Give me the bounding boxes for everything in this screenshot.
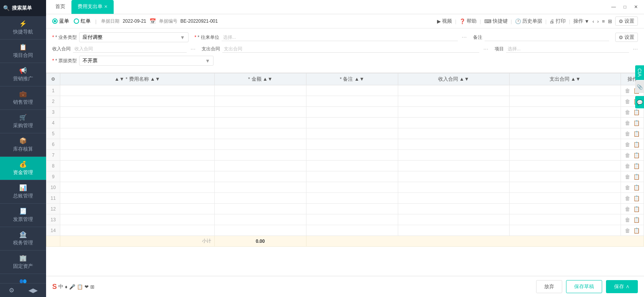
delete-icon-10[interactable]: 🗑: [625, 184, 630, 191]
copy-icon-7[interactable]: 📋: [633, 152, 640, 158]
cell-remark-13[interactable]: [306, 214, 398, 225]
discard-btn[interactable]: 放弃: [536, 280, 562, 293]
sidebar-item-payroll[interactable]: 👥工资: [0, 274, 46, 283]
cell-expense-name-10[interactable]: [60, 182, 215, 193]
cell-remark-14[interactable]: [306, 225, 398, 236]
copy-icon-3[interactable]: 📋: [633, 109, 640, 115]
delete-icon-1[interactable]: 🗑: [625, 88, 630, 94]
logo-icon1[interactable]: ♦: [65, 284, 68, 290]
delete-icon-6[interactable]: 🗑: [625, 141, 630, 148]
window-maximize-btn[interactable]: □: [621, 3, 629, 11]
income-contract-more-icon[interactable]: ···: [190, 46, 195, 53]
cell-income-contract-7[interactable]: [398, 150, 509, 161]
cell-income-contract-4[interactable]: [398, 118, 509, 128]
cell-expense-name-13[interactable]: [60, 214, 215, 225]
cell-expense-name-12[interactable]: [60, 204, 215, 214]
sidebar-item-tax-mgmt[interactable]: 🏦税务管理: [0, 227, 46, 251]
cell-remark-2[interactable]: [306, 96, 398, 107]
sidebar-header[interactable]: 🔍 搜索菜单: [0, 0, 46, 16]
action-history[interactable]: 🕐 历史单据: [515, 18, 542, 25]
cell-amount-9[interactable]: [214, 171, 306, 182]
radio-red[interactable]: 红单: [74, 18, 91, 25]
sidebar-item-fixed-assets[interactable]: 🏢固定资产: [0, 251, 46, 274]
delete-icon-13[interactable]: 🗑: [625, 217, 630, 223]
sidebar-item-sales-mgmt[interactable]: 💼销售管理: [0, 86, 46, 110]
delete-icon-2[interactable]: 🗑: [625, 98, 630, 105]
copy-icon-5[interactable]: 📋: [633, 131, 640, 137]
cell-expense-contract-7[interactable]: [509, 150, 621, 161]
copy-icon-4[interactable]: 📋: [633, 120, 640, 126]
cell-remark-9[interactable]: [306, 171, 398, 182]
cell-income-contract-12[interactable]: [398, 204, 509, 214]
copy-icon-10[interactable]: 📋: [633, 184, 640, 191]
cell-expense-name-14[interactable]: [60, 225, 215, 236]
form-settings-btn[interactable]: ⚙ 设置: [615, 33, 638, 42]
delete-icon-12[interactable]: 🗑: [625, 206, 630, 212]
action-operate[interactable]: 操作 ▼: [573, 18, 589, 25]
cell-expense-name-1[interactable]: [60, 85, 215, 96]
cell-amount-8[interactable]: [214, 161, 306, 171]
cell-amount-2[interactable]: [214, 96, 306, 107]
cell-expense-contract-11[interactable]: [509, 193, 621, 204]
cell-expense-contract-8[interactable]: [509, 161, 621, 171]
cell-remark-1[interactable]: [306, 85, 398, 96]
settings-icon[interactable]: ⚙: [9, 287, 14, 294]
cell-remark-4[interactable]: [306, 118, 398, 128]
action-print[interactable]: 🖨 打印: [550, 18, 566, 25]
cell-remark-7[interactable]: [306, 150, 398, 161]
cell-expense-contract-3[interactable]: [509, 107, 621, 118]
cell-income-contract-8[interactable]: [398, 161, 509, 171]
delete-icon-8[interactable]: 🗑: [625, 163, 630, 169]
cell-expense-contract-5[interactable]: [509, 128, 621, 139]
project-input[interactable]: [506, 45, 629, 53]
sidebar-item-invoice-mgmt[interactable]: 🧾发票管理: [0, 204, 46, 227]
action-help[interactable]: ❓ 帮助: [459, 18, 477, 25]
delete-icon-4[interactable]: 🗑: [625, 120, 630, 126]
cell-income-contract-14[interactable]: [398, 225, 509, 236]
save-draft-btn[interactable]: 保存草稿: [566, 280, 602, 293]
cell-amount-5[interactable]: [214, 128, 306, 139]
copy-icon-8[interactable]: 📋: [633, 163, 640, 169]
cell-amount-13[interactable]: [214, 214, 306, 225]
save-btn[interactable]: 保存 ∧: [606, 280, 638, 293]
sidebar-item-fund-mgmt[interactable]: 💰资金管理: [0, 157, 46, 180]
project-more-icon[interactable]: ···: [633, 46, 638, 53]
logo-icon5[interactable]: ⊞: [90, 284, 94, 290]
right-float-tab-cia[interactable]: CIA: [635, 65, 644, 80]
cell-expense-contract-10[interactable]: [509, 182, 621, 193]
cell-expense-name-8[interactable]: [60, 161, 215, 171]
cell-income-contract-10[interactable]: [398, 182, 509, 193]
cell-remark-8[interactable]: [306, 161, 398, 171]
expense-contract-more-icon[interactable]: ···: [483, 46, 488, 53]
settings-btn[interactable]: ⚙ 设置: [615, 17, 638, 26]
cell-expense-contract-4[interactable]: [509, 118, 621, 128]
copy-icon-6[interactable]: 📋: [633, 141, 640, 148]
sidebar-item-inventory[interactable]: 📦库存核算: [0, 133, 46, 157]
copy-icon-9[interactable]: 📋: [633, 174, 640, 180]
cell-expense-name-2[interactable]: [60, 96, 215, 107]
cell-income-contract-6[interactable]: [398, 139, 509, 150]
copy-icon-11[interactable]: 📋: [633, 195, 640, 201]
copy-icon-14[interactable]: 📋: [633, 227, 640, 234]
cell-expense-name-9[interactable]: [60, 171, 215, 182]
cell-income-contract-13[interactable]: [398, 214, 509, 225]
cell-remark-10[interactable]: [306, 182, 398, 193]
business-type-select[interactable]: 应付调整 ▼: [79, 32, 188, 42]
logo-icon4[interactable]: ❤: [84, 284, 89, 290]
logo-icon3[interactable]: 📋: [77, 284, 83, 290]
copy-icon-12[interactable]: 📋: [633, 206, 640, 212]
cell-income-contract-9[interactable]: [398, 171, 509, 182]
action-video[interactable]: ▶ 视频: [437, 18, 452, 25]
cell-expense-name-6[interactable]: [60, 139, 215, 150]
cell-amount-11[interactable]: [214, 193, 306, 204]
cell-amount-10[interactable]: [214, 182, 306, 193]
cell-amount-1[interactable]: [214, 85, 306, 96]
copy-icon-13[interactable]: 📋: [633, 217, 640, 223]
sidebar-item-marketing[interactable]: 📢营销推广: [0, 63, 46, 86]
window-close-btn[interactable]: ✕: [631, 3, 641, 11]
cell-income-contract-3[interactable]: [398, 107, 509, 118]
tab-home[interactable]: 首页: [49, 0, 71, 14]
cell-expense-name-4[interactable]: [60, 118, 215, 128]
cell-expense-name-5[interactable]: [60, 128, 215, 139]
audio-icon[interactable]: ◀▶: [28, 287, 38, 294]
